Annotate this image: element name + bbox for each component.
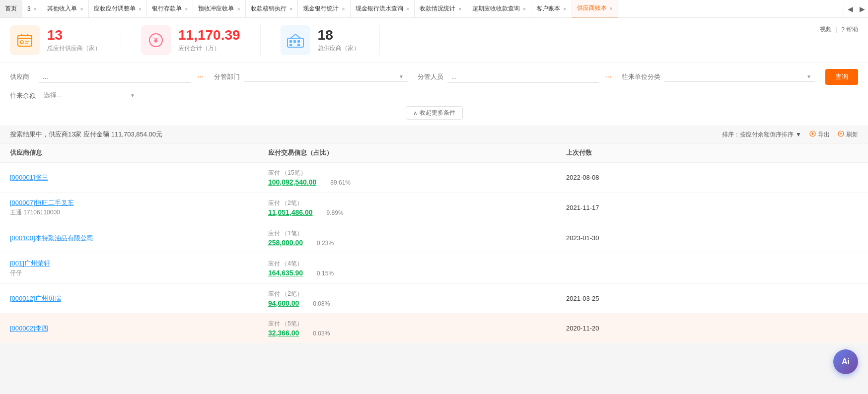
export-button[interactable]: 导出 — [809, 131, 830, 139]
nav-tab-collect-verify-close[interactable]: × — [289, 6, 292, 12]
table-row[interactable]: [000100]本特勤油品有限公司 应付 （1笔） 258,000.00 0.2… — [0, 223, 868, 253]
nav-tab-cash-bank-flow-close[interactable]: × — [406, 6, 409, 12]
nav-tab-cash-bank-flow[interactable]: 现金银行流水查询 × — [351, 0, 415, 18]
help-link[interactable]: ? 帮助 — [841, 25, 858, 34]
nav-tab-bank-deposit[interactable]: 银行存款单 × — [147, 0, 193, 18]
supplier-name-link[interactable]: [000007]恒旺二手叉车 — [10, 198, 268, 207]
sort-select[interactable]: 排序：按应付余额倒序排序 ▼ — [722, 131, 801, 139]
tx-label: 应付 — [268, 230, 280, 237]
nav-tab-supplier-account[interactable]: 供应商账本 × — [572, 0, 618, 18]
export-icon — [809, 131, 816, 138]
supplier-name-link[interactable]: [001]广州荣轩 — [10, 259, 268, 268]
supplier-name-link[interactable]: [000012]广州贝瑞 — [10, 294, 268, 303]
balance-select[interactable]: 选择... ▼ — [40, 89, 139, 102]
tx-amount-value[interactable]: 100,092,540.00 — [268, 178, 316, 186]
nav-tab-collect-verify-label: 收款核销执行 — [251, 4, 287, 13]
help-label: 帮助 — [846, 25, 858, 34]
tx-label-row: 应付 （1笔） — [268, 229, 566, 238]
header-tools: 视频 | ? 帮助 — [820, 25, 858, 34]
filter-person: 分管人员 ··· — [418, 71, 612, 83]
video-link[interactable]: 视频 — [820, 25, 832, 34]
balance-chevron-icon: ▼ — [130, 93, 135, 98]
supplier-input[interactable] — [39, 71, 191, 83]
dept-chevron-icon: ▼ — [399, 74, 404, 79]
nav-tab-collect-verify[interactable]: 收款核销执行 × — [246, 0, 298, 18]
nav-tab-3[interactable]: 3 × — [22, 0, 42, 18]
stat-payable-total-info: 11,170.39 应付合计（万） — [178, 28, 240, 53]
nav-tab-cash-bank-stat-label: 现金银行统计 — [303, 4, 339, 13]
stat-payable-suppliers: 13 总应付供应商（家） — [10, 25, 121, 55]
nav-next-arrow[interactable]: ▶ — [856, 0, 868, 18]
table-row[interactable]: [000001]张三 应付 （15笔） 100,092,540.00 89.61… — [0, 163, 868, 193]
query-button[interactable]: 查询 — [825, 69, 858, 85]
last-pay-cell: 2020-11-20 — [566, 325, 858, 332]
last-pay-cell: 2021-11-17 — [566, 204, 858, 211]
payable-suppliers-icon — [10, 25, 40, 55]
last-pay-cell: 2021-03-25 — [566, 295, 858, 302]
supplier-name-link[interactable]: [000100]本特勤油品有限公司 — [10, 234, 268, 243]
export-label: 导出 — [818, 131, 830, 139]
supplier-name-link[interactable]: [000001]张三 — [10, 173, 268, 182]
table-row[interactable]: [001]广州荣轩 仔仔 应付 （4笔） 164,635.90 0.15% — [0, 253, 868, 284]
nav-tab-overdue-collect-close[interactable]: × — [523, 6, 526, 12]
tx-info-cell: 应付 （2笔） 94,600.00 0.08% — [268, 290, 566, 307]
tx-amount-value[interactable]: 258,000.00 — [268, 239, 303, 247]
tx-count: （4笔） — [282, 260, 303, 267]
results-summary: 搜索结果中，供应商13家 应付金额 111,703,854.00元 — [10, 130, 162, 139]
dept-select[interactable]: ▼ — [244, 72, 408, 82]
last-pay-cell: 2023-01-30 — [566, 234, 858, 242]
person-more-btn[interactable]: ··· — [605, 72, 611, 81]
nav-tab-bank-deposit-label: 银行存款单 — [152, 4, 182, 13]
supplier-name-link[interactable]: [000002]李四 — [10, 324, 268, 333]
nav-tab-cash-bank-stat-close[interactable]: × — [342, 6, 345, 12]
nav-tab-3-close[interactable]: × — [34, 6, 37, 12]
tx-label-row: 应付 （15笔） — [268, 169, 566, 177]
tx-label: 应付 — [268, 320, 280, 327]
tx-label: 应付 — [268, 260, 280, 267]
nav-tab-payable-adjust-close[interactable]: × — [139, 6, 142, 12]
person-input[interactable] — [447, 71, 599, 83]
nav-tab-customer-account[interactable]: 客户账本 × — [531, 0, 572, 18]
tx-amount-value[interactable]: 164,635.90 — [268, 269, 303, 277]
nav-tab-other-income-close[interactable]: × — [80, 6, 83, 12]
nav-tab-bank-deposit-close[interactable]: × — [185, 6, 188, 12]
filter-row-1: 供应商 ··· 分管部门 ▼ 分管人员 ··· 往来单位分类 ▼ 查询 — [10, 69, 858, 85]
payable-suppliers-label: 总应付供应商（家） — [47, 44, 101, 53]
nav-tab-customer-account-close[interactable]: × — [563, 6, 566, 12]
nav-tab-collect-stat-close[interactable]: × — [458, 6, 461, 12]
tx-amount-row: 164,635.90 0.15% — [268, 269, 566, 277]
supplier-more-btn[interactable]: ··· — [197, 72, 204, 81]
filter-dept: 分管部门 ▼ — [214, 72, 408, 82]
table-row[interactable]: [000002]李四 应付 （5笔） 32,366.00 0.03% 2020-… — [0, 314, 868, 343]
tx-amount-value[interactable]: 32,366.00 — [268, 329, 299, 337]
nav-tab-other-income[interactable]: 其他收入单 × — [42, 0, 88, 18]
nav-tab-overdue-collect[interactable]: 超期应收收款查询 × — [467, 0, 531, 18]
supplier-info-cell: [000001]张三 — [10, 173, 268, 182]
nav-tab-home[interactable]: 首页 — [0, 0, 22, 18]
col-tx-info: 应付交易信息（占比） — [268, 148, 566, 157]
tx-percent: 0.08% — [313, 300, 330, 307]
unit-class-select[interactable]: ▼ — [664, 72, 816, 82]
nav-tab-advance-collect-close[interactable]: × — [237, 6, 240, 12]
tx-amount-row: 100,092,540.00 89.61% — [268, 178, 566, 186]
supplier-info-cell: [001]广州荣轩 仔仔 — [10, 259, 268, 277]
supplier-sub: 王通 17106110000 — [10, 208, 268, 217]
nav-tab-cash-bank-stat[interactable]: 现金银行统计 × — [298, 0, 350, 18]
refresh-button[interactable]: 刷新 — [838, 131, 858, 139]
tx-amount-value[interactable]: 11,051,486.00 — [268, 208, 313, 216]
nav-tab-advance-collect-label: 预收冲应收单 — [198, 4, 234, 13]
tx-amount-value[interactable]: 94,600.00 — [268, 299, 299, 307]
last-pay-date: 2020-11-20 — [566, 325, 599, 332]
table-row[interactable]: [000007]恒旺二手叉车 王通 17106110000 应付 （2笔） 11… — [0, 193, 868, 223]
nav-tab-advance-collect[interactable]: 预收冲应收单 × — [193, 0, 245, 18]
tx-label-row: 应付 （2笔） — [268, 199, 566, 207]
nav-prev-arrow[interactable]: ◀ — [844, 0, 856, 18]
payable-total-value: 11,170.39 — [178, 28, 240, 42]
collapse-button[interactable]: ∧ 收起更多条件 — [406, 106, 463, 120]
nav-tab-supplier-account-close[interactable]: × — [610, 5, 613, 11]
tx-percent: 0.15% — [317, 270, 334, 277]
nav-tab-payable-adjust[interactable]: 应收应付调整单 × — [89, 0, 147, 18]
nav-tab-collect-stat[interactable]: 收款情况统计 × — [415, 0, 467, 18]
table-row[interactable]: [000012]广州贝瑞 应付 （2笔） 94,600.00 0.08% 202… — [0, 284, 868, 314]
tx-amount-row: 11,051,486.00 9.89% — [268, 208, 566, 216]
